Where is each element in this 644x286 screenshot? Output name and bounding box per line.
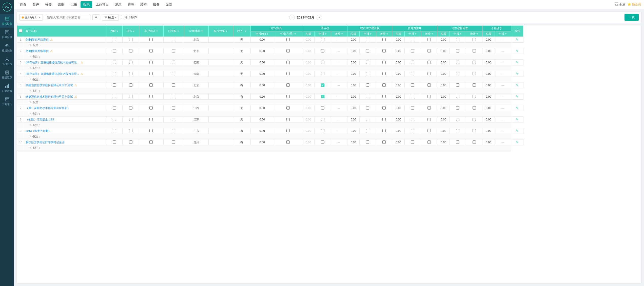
nav-operation[interactable]: 经营 (138, 1, 149, 8)
nav-bookkeeping[interactable]: 记账 (68, 1, 80, 8)
tax-type-check[interactable] (113, 72, 116, 75)
completed-check[interactable] (172, 95, 175, 98)
es-declare-check[interactable] (411, 61, 414, 64)
th-tax-device[interactable]: 税控设备▼ (208, 26, 233, 37)
search-button[interactable] (92, 14, 100, 20)
edit-icon[interactable]: ✎ (516, 95, 519, 99)
es-declare-check[interactable] (411, 83, 414, 87)
nav-collection[interactable]: 收费 (43, 1, 54, 8)
le-declare-check[interactable] (456, 118, 459, 121)
completed-check[interactable] (172, 106, 175, 110)
th-le-declare[interactable]: 申报▼ (450, 31, 466, 37)
le-declare-check[interactable] (456, 140, 459, 144)
remark-pencil-icon[interactable]: ✎ (29, 135, 32, 138)
company-name[interactable]: 2013（陶美芳勿删） (26, 129, 51, 132)
es-fee-check[interactable] (427, 72, 431, 75)
es-declare-check[interactable] (411, 49, 414, 52)
owner-confirm-check[interactable] (149, 61, 153, 64)
clear-card-check[interactable] (129, 129, 132, 132)
th-es-fee[interactable]: 缴费▼ (421, 31, 437, 37)
row-checkbox[interactable] (321, 38, 324, 41)
le-declare-check[interactable] (456, 49, 459, 52)
cm-fee-check[interactable] (382, 49, 386, 52)
remark-pencil-icon[interactable]: ✎ (29, 101, 32, 104)
clear-card-check[interactable] (129, 61, 132, 64)
th-clear-card[interactable]: 清卡▼ (123, 26, 139, 37)
le-fee-check[interactable] (473, 49, 476, 52)
remark-pencil-icon[interactable]: ✎ (29, 78, 32, 81)
th-owner-confirm[interactable]: 客户确认▼ (139, 26, 163, 37)
cm-declare-check[interactable] (366, 118, 369, 121)
th-cm-declare[interactable]: 申报▼ (360, 31, 376, 37)
clear-card-check[interactable] (129, 83, 132, 87)
row-checkbox[interactable] (321, 140, 324, 144)
th-es-declare[interactable]: 申报▼ (404, 31, 421, 37)
sidebar-item-summary[interactable]: 汇算清缴 (0, 81, 14, 95)
le-fee-check[interactable] (473, 95, 476, 98)
nav-service[interactable]: 服务 (150, 1, 162, 8)
le-fee-check[interactable] (473, 61, 476, 64)
remark-pencil-icon[interactable]: ✎ (29, 112, 32, 115)
remark-pencil-icon[interactable]: ✎ (29, 44, 32, 47)
cm-declare-check[interactable] (366, 95, 369, 98)
edit-icon[interactable]: ✎ (516, 72, 519, 76)
tax-type-check[interactable] (113, 118, 116, 121)
th-cm-fee[interactable]: 缴费▼ (376, 31, 392, 37)
row-checkbox[interactable] (321, 118, 324, 121)
es-fee-check[interactable] (427, 106, 431, 110)
th-region[interactable]: 所属地区▼ (184, 26, 208, 37)
nav-invoice[interactable]: 票据 (55, 1, 67, 8)
edit-icon[interactable]: ✎ (516, 117, 519, 121)
company-name[interactable]: 畅捷通信息技术股份有限公司民非测试 (26, 84, 73, 87)
clear-card-check[interactable] (129, 72, 132, 75)
cm-fee-check[interactable] (382, 61, 386, 64)
nav-management[interactable]: 管理 (125, 1, 137, 8)
company-name[interactable]: 测试斯套的凭证打印的时候是否 (26, 141, 65, 144)
es-declare-check[interactable] (411, 129, 414, 132)
owner-confirm-check[interactable] (149, 95, 153, 98)
le-declare-check[interactable] (456, 61, 459, 64)
th-fr-month[interactable]: 申报(月/季)▼ (274, 31, 302, 37)
completed-check[interactable] (172, 83, 175, 87)
es-fee-check[interactable] (427, 140, 431, 144)
tax-type-check[interactable] (113, 49, 116, 52)
tax-type-check[interactable] (113, 95, 116, 98)
tax-type-check[interactable] (113, 38, 116, 41)
th-le-fee[interactable]: 缴费▼ (466, 31, 482, 37)
fr-declare-check[interactable] (286, 129, 290, 132)
es-fee-check[interactable] (427, 118, 431, 121)
remark-pencil-icon[interactable]: ✎ (29, 146, 32, 149)
cm-fee-check[interactable] (382, 129, 386, 132)
company-name[interactable]: 畅捷通信息技术股份有限公司民非测试 (26, 95, 73, 98)
tax-type-check[interactable] (113, 83, 116, 87)
cm-fee-check[interactable] (382, 72, 386, 75)
row-checkbox[interactable] (321, 129, 324, 132)
fullscreen-btn[interactable]: 全屏 (615, 2, 625, 7)
cm-declare-check[interactable] (366, 49, 369, 52)
nav-industry[interactable]: 工商项目 (93, 1, 111, 8)
th-checkbox[interactable] (17, 26, 24, 37)
cm-fee-check[interactable] (382, 95, 386, 98)
sidebar-item-batch-tax[interactable]: 批量报税 (0, 28, 14, 41)
owner-confirm-check[interactable] (149, 106, 153, 110)
remark-pencil-icon[interactable]: ✎ (29, 55, 32, 58)
edit-icon[interactable]: ✎ (516, 83, 519, 87)
tax-type-check[interactable] (113, 61, 116, 64)
nav-tax[interactable]: 报税 (81, 1, 92, 8)
sidebar-item-annual-report[interactable]: 工商年报 (0, 95, 14, 108)
le-fee-check[interactable] (473, 38, 476, 41)
select-all-checkbox[interactable] (19, 29, 22, 32)
th-income[interactable]: 收入 ▼ (233, 26, 250, 37)
company-name[interactable]: （原）误删勿改李艳芳测试斯套新1 (26, 106, 69, 110)
sidebar-item-tax-records[interactable]: 报税记录 (0, 68, 14, 81)
es-declare-check[interactable] (411, 72, 414, 75)
fr-declare-check[interactable] (286, 95, 290, 98)
es-fee-check[interactable] (427, 95, 431, 98)
cm-declare-check[interactable] (366, 129, 369, 132)
sidebar-item-personal-tax[interactable]: 个税申报 (0, 55, 14, 68)
clear-card-check[interactable] (129, 38, 132, 41)
company-name[interactable]: (库存核算）直播畅捷通信息技术股份有限... (26, 61, 79, 64)
cm-declare-check[interactable] (366, 38, 369, 41)
fr-declare-check[interactable] (286, 72, 290, 75)
row-checkbox[interactable] (321, 61, 324, 64)
